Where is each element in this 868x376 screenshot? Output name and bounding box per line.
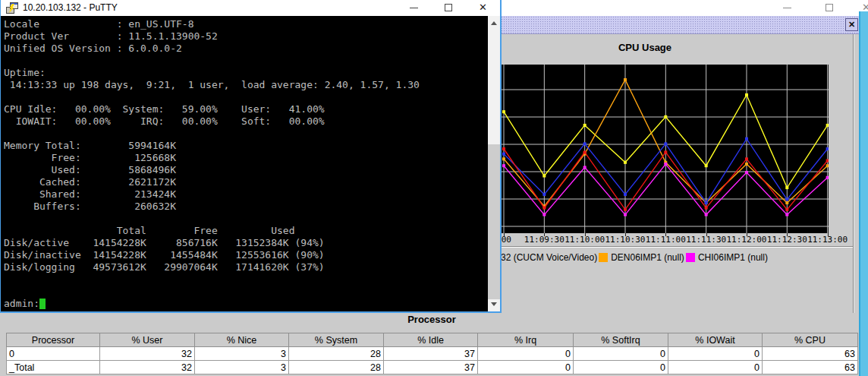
data-point xyxy=(502,110,505,113)
column-header[interactable]: Processor xyxy=(7,333,100,347)
close-icon[interactable]: ✕ xyxy=(479,2,487,13)
table-cell: 0 xyxy=(668,347,763,361)
data-point xyxy=(583,142,587,145)
terminal-output: Locale : en_US.UTF-8 Product Ver : 11.5.… xyxy=(4,18,420,286)
putty-titlebar[interactable]: 10.20.103.132 - PuTTY ✕ xyxy=(1,0,500,16)
putty-app-icon xyxy=(6,2,18,14)
table-cell: 32 xyxy=(100,347,195,361)
processor-table: Processor% User% Nice% System% Idle% Irq… xyxy=(6,333,858,374)
data-point xyxy=(826,147,829,150)
data-point xyxy=(785,201,788,204)
chart-title: CPU Usage xyxy=(577,42,713,53)
data-point xyxy=(502,157,505,160)
table-cell: 63 xyxy=(763,347,858,361)
chart-plot-area xyxy=(463,65,829,233)
table-cell: 0 xyxy=(668,361,763,374)
data-point xyxy=(583,166,587,169)
data-point xyxy=(745,157,748,160)
data-point xyxy=(542,193,546,196)
minimize-icon[interactable] xyxy=(783,8,791,8)
data-point xyxy=(624,161,627,164)
processor-panel-title: Processor xyxy=(0,314,863,325)
data-point xyxy=(826,176,829,179)
minimize-icon[interactable] xyxy=(410,8,418,8)
table-cell: 32 xyxy=(100,361,195,374)
legend-label: CHI06IMP1 (null) xyxy=(698,252,768,263)
data-point xyxy=(502,164,505,167)
table-cell: 0 xyxy=(574,361,668,374)
data-point xyxy=(705,207,708,210)
data-point xyxy=(664,163,667,166)
table-row[interactable]: _Total323283700063 xyxy=(7,361,858,374)
legend-swatch xyxy=(599,253,608,262)
column-header[interactable]: % CPU xyxy=(763,333,858,347)
table-cell: 28 xyxy=(289,361,384,374)
chart-frame-titlebar[interactable]: ✕ xyxy=(455,15,859,34)
frame-close-icon[interactable]: ✕ xyxy=(845,18,858,31)
table-cell: 37 xyxy=(384,347,478,361)
putty-window-title: 10.20.103.132 - PuTTY xyxy=(23,2,118,13)
data-point xyxy=(502,147,505,150)
data-point xyxy=(785,186,788,189)
data-point xyxy=(624,208,627,211)
data-point xyxy=(664,150,667,153)
data-point xyxy=(624,213,627,216)
data-point xyxy=(542,207,546,210)
table-cell: 3 xyxy=(195,347,289,361)
terminal[interactable]: Locale : en_US.UTF-8 Product Ver : 11.5.… xyxy=(1,16,500,311)
terminal-prompt-row: admin: xyxy=(4,298,46,310)
column-header[interactable]: % User xyxy=(100,333,195,347)
table-cell: 63 xyxy=(763,361,858,374)
data-point xyxy=(664,142,667,145)
data-point xyxy=(542,175,546,178)
putty-window: 10.20.103.132 - PuTTY ✕ Locale : en_US.U… xyxy=(0,0,502,313)
data-point xyxy=(583,124,587,127)
scroll-down-icon[interactable] xyxy=(491,302,497,306)
table-header-row: Processor% User% Nice% System% Idle% Irq… xyxy=(7,333,858,347)
column-header[interactable]: % SoftIrq xyxy=(574,333,668,347)
maximize-icon[interactable] xyxy=(445,4,452,11)
legend-swatch xyxy=(686,253,695,262)
table-cell: 0 xyxy=(478,361,574,374)
scrollbar-thumb[interactable] xyxy=(488,144,500,299)
table-cell: 3 xyxy=(195,361,289,374)
data-point xyxy=(664,115,667,118)
scroll-up-icon[interactable] xyxy=(491,21,497,25)
column-header[interactable]: % IOWait xyxy=(668,333,763,347)
column-header[interactable]: % Nice xyxy=(195,333,289,347)
table-cell: 37 xyxy=(384,361,478,374)
data-point xyxy=(542,213,546,216)
data-point xyxy=(583,150,587,153)
data-point xyxy=(785,208,788,211)
data-point xyxy=(826,164,829,167)
data-point xyxy=(785,213,788,216)
column-header[interactable]: % Idle xyxy=(384,333,478,347)
x-tick-label: 11:13:00 xyxy=(804,235,851,245)
column-header[interactable]: % System xyxy=(289,333,384,347)
data-point xyxy=(745,171,748,174)
data-point xyxy=(826,160,829,163)
table-row[interactable]: 0323283700063 xyxy=(7,347,858,361)
terminal-scrollbar[interactable] xyxy=(488,16,500,311)
data-point xyxy=(785,198,788,201)
data-point xyxy=(826,124,829,127)
data-point xyxy=(624,78,627,81)
data-point xyxy=(745,137,748,141)
table-cell: 0 xyxy=(478,347,574,361)
chart-legend: 32 (CUCM Voice/Video)DEN06IMP1 (null)CHI… xyxy=(497,246,853,267)
table-cell: 0 xyxy=(574,347,668,361)
table-cell: _Total xyxy=(7,361,100,374)
data-point xyxy=(745,93,748,96)
maximize-icon[interactable] xyxy=(826,4,833,11)
data-point xyxy=(502,153,505,156)
table-cell: 28 xyxy=(289,347,384,361)
legend-label: DEN06IMP1 (null) xyxy=(611,252,684,263)
screen: ✕ ✕ CPU Usage :0011:09:3011:10:0011:10:3… xyxy=(0,0,868,376)
terminal-cursor xyxy=(39,299,46,309)
legend-label: 32 (CUCM Voice/Video) xyxy=(501,252,597,263)
terminal-prompt: admin: xyxy=(4,298,39,309)
data-point xyxy=(705,201,708,204)
column-header[interactable]: % Irq xyxy=(478,333,574,347)
data-point xyxy=(705,164,708,167)
panel-border xyxy=(853,34,854,313)
